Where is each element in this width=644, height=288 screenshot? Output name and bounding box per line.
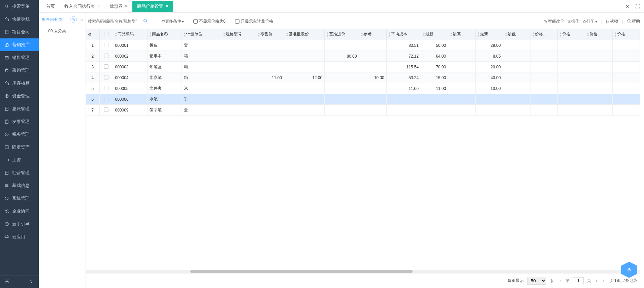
cell-p3 [585, 40, 612, 51]
only-main-checkbox-input[interactable] [235, 19, 239, 24]
sidebar-item-0[interactable]: 搜索菜单 [0, 0, 39, 13]
hide-zero-checkbox[interactable]: 不显示价格为0 [193, 19, 226, 24]
cell-p2 [558, 40, 585, 51]
close-icon[interactable]: ✕ [165, 4, 168, 8]
print-button[interactable]: ⎙ 打印 ▾ [583, 19, 597, 24]
hide-zero-checkbox-input[interactable] [193, 19, 198, 24]
fullscreen-button[interactable]: ⛶ [634, 3, 641, 10]
col-header-16[interactable]: ▴▾价格... [612, 29, 640, 40]
only-main-checkbox[interactable]: 只显示主计量价格 [235, 19, 273, 24]
category-panel: ⊞ 全部分类 ✎ « 00 未分类 [39, 13, 86, 288]
sidebar-item-14[interactable]: 基础信息 [0, 179, 39, 192]
cell-avg [386, 105, 421, 116]
col-header-1[interactable]: ▴▾商品名称 [147, 29, 182, 40]
sidebar-item-12[interactable]: 工资 [0, 154, 39, 166]
table-row[interactable]: 2000002记事本箱80.0072.1264.008.85 [86, 51, 640, 62]
video-button[interactable]: ▷ 视频 [606, 19, 618, 24]
sound-button[interactable] [29, 279, 34, 285]
more-conditions-button[interactable]: ▽ 更多条件 ▾ [162, 19, 184, 24]
col-header-label: 商品名称 [152, 32, 168, 36]
select-all-header[interactable] [99, 29, 113, 40]
all-categories-button[interactable]: ⊞ 全部分类 [41, 17, 62, 23]
col-header-15[interactable]: ▴▾价格... [585, 29, 612, 40]
sidebar-item-5[interactable]: 采购管理 [0, 64, 39, 77]
table-row[interactable]: 7000009签字笔盒 [86, 105, 640, 116]
sidebar-item-6[interactable]: 库存核算 [0, 77, 39, 90]
col-header-12[interactable]: ▴▾最低... [503, 29, 530, 40]
sidebar-item-7[interactable]: ¥资金管理 [0, 90, 39, 102]
smart-price-button[interactable]: ✎ 智能改价 [544, 19, 564, 24]
table-row[interactable]: 6000006水笔手 [86, 94, 640, 105]
prev-page-button[interactable]: ‹ [558, 279, 562, 283]
table-row[interactable]: 4000004水彩笔箱11.0012.0010.0053.2415.0040.0… [86, 72, 640, 83]
category-item-0[interactable]: 00 未分类 [41, 26, 83, 36]
row-select[interactable] [99, 83, 113, 94]
checkbox-icon [104, 107, 108, 112]
horizontal-scrollbar[interactable] [86, 270, 640, 273]
tab-2[interactable]: 优惠券✕ [105, 1, 132, 12]
row-select[interactable] [99, 40, 113, 51]
col-header-8[interactable]: ▴▾平均成本 [386, 29, 421, 40]
page-input[interactable] [573, 277, 584, 284]
col-header-3[interactable]: ▴▾规格型号 [221, 29, 256, 40]
gear-column-header[interactable]: ⚙ [86, 29, 99, 40]
col-header-4[interactable]: ▴▾零售价 [256, 29, 284, 40]
col-header-2[interactable]: ▴▾计量单位... [182, 29, 221, 40]
checkbox-icon [104, 32, 108, 36]
sidebar-item-2[interactable]: 项目合同 [0, 26, 39, 38]
sidebar-item-label: 新手引导 [12, 221, 30, 227]
row-select[interactable] [99, 105, 113, 116]
last-page-button[interactable]: ›| [602, 279, 607, 283]
page-post-label: 页 [587, 278, 591, 284]
sidebar-item-10[interactable]: 税务管理 [0, 128, 39, 141]
table-row[interactable]: 1000001橡皮套80.5150.0029.00 [86, 40, 640, 51]
row-select[interactable] [99, 94, 113, 105]
col-header-0[interactable]: ▴▾商品编码 [113, 29, 147, 40]
table-row[interactable]: 3000003铅笔盒箱115.5470.0020.00 [86, 62, 640, 72]
sidebar-item-1[interactable]: 快捷导航 [0, 13, 39, 26]
sidebar-item-3[interactable]: 营销推广 [0, 38, 39, 51]
cell-code: 000003 [113, 62, 147, 72]
col-header-14[interactable]: ▴▾价格... [558, 29, 585, 40]
search-icon[interactable] [143, 19, 148, 24]
sidebar-item-16[interactable]: 企业协同 [0, 205, 39, 218]
operate-button[interactable]: ≡ 操作 [568, 19, 579, 24]
sidebar-item-17[interactable]: 新手引导 [0, 218, 39, 230]
col-header-5[interactable]: ▴▾基准批发价 [284, 29, 324, 40]
sidebar-item-9[interactable]: 发票管理 [0, 115, 39, 128]
row-select[interactable] [99, 62, 113, 72]
sidebar-item-4[interactable]: 销售管理 [0, 51, 39, 64]
first-page-button[interactable]: |‹ [550, 279, 555, 283]
tab-3[interactable]: 商品价格设置✕ [132, 1, 173, 12]
next-page-button[interactable]: › [594, 279, 599, 283]
row-select[interactable] [99, 72, 113, 83]
search-input[interactable] [87, 18, 138, 25]
col-header-6[interactable]: ▴▾基准进价 [325, 29, 359, 40]
settings-button[interactable] [5, 279, 9, 285]
col-header-label: 基准进价 [329, 32, 345, 36]
sidebar-item-18[interactable]: 云应用 [0, 230, 39, 243]
cell-c1: 70.00 [421, 62, 448, 72]
sidebar-item-8[interactable]: 总账管理 [0, 102, 39, 115]
row-select[interactable] [99, 51, 113, 62]
col-header-9[interactable]: ▴▾最新... [421, 29, 448, 40]
col-header-11[interactable]: ▴▾最新... [476, 29, 503, 40]
collapse-panel-button[interactable]: « [80, 17, 83, 22]
help-button[interactable]: ⓘ 帮助 [627, 19, 640, 24]
col-header-13[interactable]: ▴▾价格... [530, 29, 557, 40]
close-icon[interactable]: ✕ [97, 4, 100, 8]
col-header-10[interactable]: ▴▾最高... [448, 29, 476, 40]
edit-category-button[interactable]: ✎ [70, 16, 77, 23]
tab-1[interactable]: 收入合同执行表✕ [60, 1, 105, 12]
sidebar-item-13[interactable]: 经营管理 [0, 166, 39, 179]
close-all-tabs-button[interactable]: ✕ [624, 3, 631, 10]
col-header-label: 参考... [363, 32, 375, 36]
tab-0[interactable]: 首页 [41, 1, 60, 12]
scrollbar-thumb[interactable] [190, 270, 413, 273]
per-page-select[interactable]: 50 [527, 277, 546, 285]
sidebar-item-15[interactable]: 系统管理 [0, 192, 39, 205]
sidebar-item-11[interactable]: 固定资产 [0, 141, 39, 154]
table-row[interactable]: 5000005文件夹米11.0011.0010.00 [86, 83, 640, 94]
close-icon[interactable]: ✕ [125, 4, 128, 8]
col-header-7[interactable]: ▴▾参考... [359, 29, 386, 40]
